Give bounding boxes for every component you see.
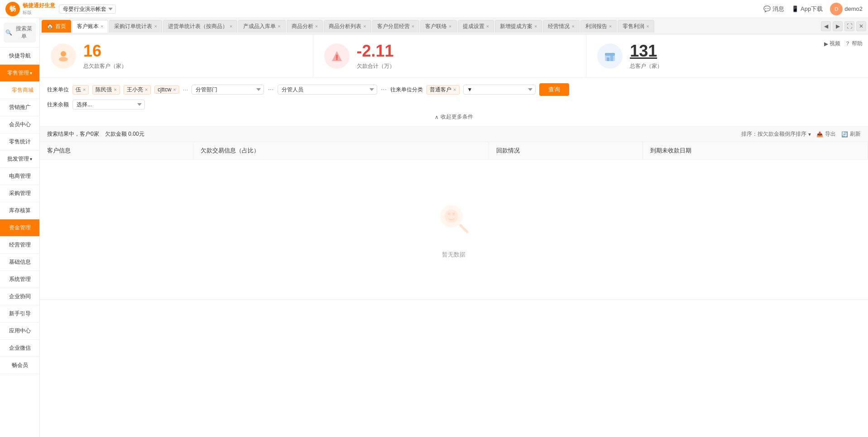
tab-goods-analysis-list[interactable]: 商品分析列表 × (324, 20, 371, 33)
sidebar-item-quick-nav[interactable]: 快捷导航 (0, 48, 39, 65)
tab-close-new-push-plan[interactable]: × (534, 24, 537, 29)
tab-purchase-orders[interactable]: 采购订单统计表 × (109, 20, 162, 33)
video-btn[interactable]: ▶ 视频 (824, 40, 840, 48)
unit-filter-label: 往来单位 (47, 86, 69, 94)
main-layout: 🔍 搜索菜单 快捷导航 零售管理 ▾ 零售商城 营销推广 会员中心 零售统计 批… (0, 18, 868, 437)
tab-prev-btn[interactable]: ◀ (821, 21, 831, 31)
sidebar-item-vip[interactable]: 畅会员 (0, 357, 39, 374)
help-btn[interactable]: ？ 帮助 (845, 40, 863, 48)
sidebar-item-marketing[interactable]: 营销推广 (0, 99, 39, 116)
filter-tag-chen: 陈民强 × (92, 85, 120, 95)
filter-tag-ordinary-close[interactable]: × (453, 87, 456, 92)
sidebar-item-retail-stats[interactable]: 零售统计 (0, 133, 39, 151)
tab-next-btn[interactable]: ▶ (833, 21, 843, 31)
tab-close-operation-status[interactable]: × (571, 24, 574, 29)
search-menu-btn[interactable]: 🔍 搜索菜单 (4, 23, 36, 43)
sidebar-item-finance[interactable]: 资金管理 (0, 219, 39, 237)
message-btn[interactable]: 💬 消息 (763, 5, 784, 13)
stat-card-customers-content: 16 总欠款客户（家） (83, 42, 127, 70)
collapse-btn[interactable]: ∧ 收起更多条件 (47, 113, 861, 121)
company-selector[interactable]: 母婴行业演示帐套 (59, 5, 116, 14)
tab-retail-profit[interactable]: 零售利润 × (618, 20, 654, 33)
sidebar-item-system[interactable]: 系统管理 (0, 271, 39, 288)
tab-operation-status[interactable]: 经营情况 × (543, 20, 579, 33)
tab-close-all-btn[interactable]: ✕ (856, 21, 866, 31)
tab-goods-analysis[interactable]: 商品分析 × (287, 20, 323, 33)
sidebar-item-newcomer[interactable]: 新手引导 (0, 305, 39, 323)
table-area: 客户信息 欠款交易信息（占比） 回款情况 到期未收款日期 (40, 142, 868, 437)
refresh-btn[interactable]: 🔄 刷新 (841, 130, 861, 138)
stat-video-help: ▶ 视频 ？ 帮助 (824, 40, 863, 48)
tab-profit-report[interactable]: 利润报告 × (580, 20, 617, 33)
svg-rect-7 (610, 56, 613, 61)
stat-number-total: 131 (630, 42, 662, 61)
unit-type-select[interactable]: ▼ (463, 85, 536, 95)
sidebar-item-enterprise[interactable]: 企业协同 (0, 288, 39, 305)
tab-new-push-plan[interactable]: 新增提成方案 × (495, 20, 542, 33)
sidebar-item-purchase[interactable]: 采购管理 (0, 185, 39, 202)
avatar: D (830, 3, 843, 15)
top-bar: 畅 畅捷通好生意 标版 母婴行业演示帐套 💬 消息 📱 App下载 D demo… (0, 0, 868, 18)
tab-home[interactable]: 🏠 首页 (42, 20, 71, 33)
tab-close-production[interactable]: × (278, 24, 280, 29)
tab-customer-segment[interactable]: 客户分层经营 × (372, 20, 419, 33)
app-download-btn[interactable]: 📱 App下载 (791, 5, 823, 13)
sidebar-item-retail-mall[interactable]: 零售商城 (0, 82, 39, 99)
sidebar-item-operations[interactable]: 经营管理 (0, 237, 39, 254)
sidebar-item-apps[interactable]: 应用中心 (0, 323, 39, 340)
tab-stock-stats[interactable]: 进货单统计表（按商品） × (163, 20, 237, 33)
dept-select[interactable]: 分管部门 (192, 85, 264, 95)
empty-state: 暂无数据 (47, 164, 861, 295)
tab-push-settings[interactable]: 提成设置 × (458, 20, 494, 33)
sidebar-item-inventory[interactable]: 库存核算 (0, 202, 39, 219)
query-button[interactable]: 查询 (539, 83, 569, 96)
stat-card-arrears-content: -2.11 欠款合计（万） (357, 42, 395, 70)
tab-expand-btn[interactable]: ⛶ (844, 21, 854, 31)
collapse-icon: ∧ (435, 114, 439, 120)
stat-label-total: 总客户（家） (630, 62, 662, 70)
tab-accounts[interactable]: 客户账本 × (72, 20, 108, 33)
sort-btn[interactable]: 排序：按欠款金额倒序排序 ▾ (741, 130, 811, 138)
tab-close-stock-stats[interactable]: × (230, 24, 232, 29)
svg-point-11 (448, 213, 451, 215)
tab-close-goods-analysis-list[interactable]: × (363, 24, 366, 29)
balance-select[interactable]: 选择... (72, 100, 145, 109)
tab-close-customer-segment[interactable]: × (412, 24, 414, 29)
tab-close-retail-profit[interactable]: × (646, 24, 649, 29)
svg-rect-2 (336, 55, 338, 58)
filter-tag-wang-close[interactable]: × (145, 87, 148, 92)
user-menu[interactable]: D demo2 (830, 3, 863, 15)
tab-production[interactable]: 产成品入库单 × (238, 20, 285, 33)
sidebar-item-wechat[interactable]: 企业微信 (0, 340, 39, 357)
filter-tag-chen-close[interactable]: × (114, 87, 116, 92)
stat-number-arrears: -2.11 (357, 42, 395, 61)
filter-tag-cjttcw-close[interactable]: × (173, 87, 176, 92)
stat-card-total-customers: 131 总客户（家） ▶ 视频 ？ 帮助 (586, 34, 868, 77)
filter-tag-wu-close[interactable]: × (83, 87, 86, 92)
sidebar-item-ecommerce[interactable]: 电商管理 (0, 168, 39, 185)
filter-row-1: 往来单位 伍 × 陈民强 × 王小亮 × cjttcw (47, 83, 861, 96)
chevron-icon: ▾ (30, 157, 32, 162)
top-bar-right: 💬 消息 📱 App下载 D demo2 (763, 3, 863, 15)
sidebar-item-member[interactable]: 会员中心 (0, 116, 39, 133)
tab-close-purchase-orders[interactable]: × (154, 24, 157, 29)
more-unit-tags[interactable]: ··· (183, 86, 188, 93)
stat-label-arrears: 欠款合计（万） (357, 62, 395, 70)
tab-close-customer-contact[interactable]: × (449, 24, 451, 29)
empty-text: 暂无数据 (442, 251, 465, 259)
dept-more-btn[interactable]: ··· (268, 86, 273, 94)
sidebar-item-basic[interactable]: 基础信息 (0, 254, 39, 271)
sidebar-item-batch[interactable]: 批发管理 ▾ (0, 151, 39, 168)
tab-close-accounts[interactable]: × (101, 24, 103, 29)
tab-close-profit-report[interactable]: × (609, 24, 612, 29)
tab-close-push-settings[interactable]: × (486, 24, 489, 29)
tab-customer-contact[interactable]: 客户联络 × (420, 20, 456, 33)
export-btn[interactable]: 📤 导出 (816, 130, 836, 138)
person-select[interactable]: 分管人员 (278, 85, 377, 95)
person-more-btn[interactable]: ··· (381, 86, 387, 94)
tab-close-goods-analysis[interactable]: × (315, 24, 318, 29)
stat-number-customers: 16 (83, 42, 127, 61)
svg-line-10 (460, 225, 467, 232)
sidebar-item-retail[interactable]: 零售管理 ▾ (0, 65, 39, 82)
unit-type-filter-label: 往来单位分类 (390, 86, 423, 94)
